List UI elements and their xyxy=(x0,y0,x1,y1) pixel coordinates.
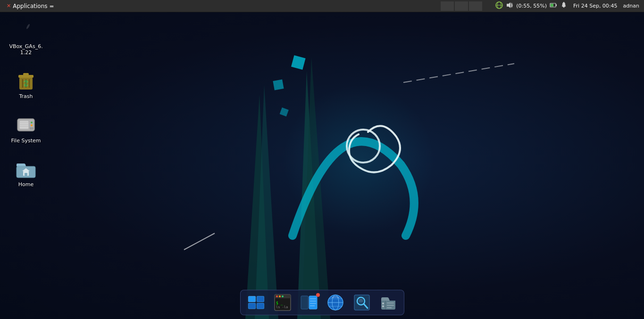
svg-marker-2 xyxy=(297,71,321,319)
svg-point-54 xyxy=(279,295,281,297)
panel-clock[interactable]: Fri 24 Sep, 00:45 xyxy=(570,3,620,9)
drive-icon[interactable] xyxy=(485,1,493,10)
svg-point-10 xyxy=(283,85,434,236)
svg-rect-41 xyxy=(30,127,33,130)
panel-left: ✕ Applications = xyxy=(0,2,61,10)
trash-label: Trash xyxy=(19,93,33,99)
svg-marker-17 xyxy=(507,2,510,8)
svg-point-53 xyxy=(276,295,278,297)
desktop-icons: VBox_GAs_6. 1.22 xyxy=(5,17,47,189)
svg-line-9 xyxy=(403,64,514,82)
battery-text[interactable]: (0:55, 55%) xyxy=(516,3,547,9)
svg-point-55 xyxy=(282,295,284,297)
home-icon xyxy=(15,157,37,180)
apps-separator: = xyxy=(50,3,54,9)
desktop-icon-filesystem[interactable]: File System xyxy=(5,111,47,146)
svg-rect-48 xyxy=(257,296,264,302)
taskbar-browser[interactable] xyxy=(323,292,348,313)
svg-rect-58 xyxy=(301,296,308,309)
svg-rect-5 xyxy=(291,55,306,70)
svg-rect-59 xyxy=(309,296,317,309)
network-icon[interactable] xyxy=(495,1,503,10)
svg-line-8 xyxy=(184,233,215,250)
svg-rect-21 xyxy=(563,2,564,3)
svg-point-26 xyxy=(26,24,30,29)
systray: (0:55, 55%) xyxy=(483,1,569,10)
desktop-icon-trash[interactable]: Trash xyxy=(5,67,47,101)
panel-right: (0:55, 55%) Fri 24 Sep xyxy=(438,1,644,11)
svg-marker-0 xyxy=(245,94,269,319)
svg-point-39 xyxy=(31,122,33,123)
svg-rect-49 xyxy=(248,303,255,309)
taskbar-terminal[interactable]: $ _ ls -la xyxy=(270,292,295,313)
svg-marker-1 xyxy=(255,85,278,319)
svg-point-4 xyxy=(347,130,380,163)
volume-icon[interactable] xyxy=(506,1,513,10)
svg-rect-47 xyxy=(248,296,255,302)
taskbar-find[interactable] xyxy=(349,292,375,313)
svg-rect-6 xyxy=(273,79,284,90)
filesystem-icon xyxy=(15,113,37,136)
top-panel: ✕ Applications = xyxy=(0,0,644,12)
battery-icon[interactable] xyxy=(550,1,557,10)
svg-point-80 xyxy=(382,305,384,307)
svg-point-40 xyxy=(31,124,33,126)
svg-rect-20 xyxy=(556,4,557,6)
filesystem-label: File System xyxy=(11,138,41,144)
desktop: ✕ Applications = xyxy=(0,0,644,319)
svg-rect-7 xyxy=(280,107,289,116)
taskbar-file-manager[interactable] xyxy=(376,292,401,313)
svg-rect-50 xyxy=(257,303,264,309)
taskbar-desktop-switcher[interactable] xyxy=(243,292,269,313)
panel-button-1[interactable] xyxy=(441,1,454,11)
vbox-label: VBox_GAs_6. 1.22 xyxy=(7,43,45,56)
panel-user[interactable]: adnan xyxy=(621,3,641,9)
svg-rect-35 xyxy=(19,121,29,129)
svg-rect-19 xyxy=(551,4,553,7)
bell-icon[interactable] xyxy=(560,1,568,10)
home-label: Home xyxy=(18,181,33,188)
taskbar-files[interactable] xyxy=(296,292,322,313)
trash-icon xyxy=(15,69,37,91)
panel-button-3[interactable] xyxy=(469,1,482,11)
svg-rect-46 xyxy=(25,173,27,176)
applications-menu[interactable]: ✕ Applications = xyxy=(4,2,57,10)
applications-label: Applications xyxy=(13,3,47,9)
notification-dot xyxy=(316,293,320,297)
desktop-icon-home[interactable]: Home xyxy=(5,155,47,189)
svg-marker-3 xyxy=(302,57,330,319)
svg-rect-29 xyxy=(23,73,29,75)
svg-point-79 xyxy=(382,303,384,304)
svg-text:ls -la: ls -la xyxy=(276,305,288,309)
desktop-icon-vbox[interactable]: VBox_GAs_6. 1.22 xyxy=(5,17,47,57)
svg-text:$ _: $ _ xyxy=(276,301,283,305)
panel-button-2[interactable] xyxy=(455,1,468,11)
taskbar: $ _ ls -la xyxy=(240,290,404,315)
x-icon: ✕ xyxy=(7,3,11,9)
vbox-icon xyxy=(15,19,37,41)
